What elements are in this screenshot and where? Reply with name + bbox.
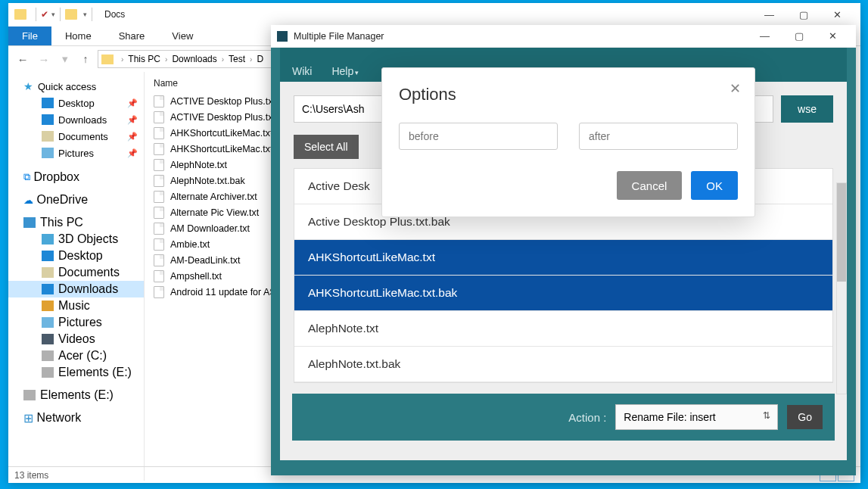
nav-downloads2[interactable]: Downloads (58, 282, 118, 296)
nav-onedrive[interactable]: OneDrive (36, 193, 88, 207)
file-name: Alternate Pic View.txt (170, 207, 259, 218)
file-icon (154, 286, 164, 298)
documents-icon (42, 131, 54, 142)
menu-wiki[interactable]: Wiki (289, 61, 315, 82)
file-icon (154, 159, 164, 171)
chevron-right-icon[interactable]: › (250, 55, 252, 64)
file-name: AM-DeadLink.txt (170, 255, 240, 266)
pin-icon: 📌 (127, 98, 138, 108)
file-name: Ampshell.txt (170, 271, 222, 282)
pictures-icon (42, 317, 54, 328)
nav-3d-objects[interactable]: 3D Objects (58, 232, 118, 246)
quick-access[interactable]: Quick access (38, 81, 96, 92)
status-text: 13 items (14, 470, 48, 481)
up-button[interactable]: ↑ (78, 53, 93, 65)
3d-objects-icon (42, 234, 54, 244)
scrollbar[interactable] (836, 182, 847, 394)
maximize-button[interactable]: ▢ (782, 25, 816, 48)
desktop-icon (42, 251, 54, 261)
ribbon-file[interactable]: File (8, 26, 51, 45)
go-button[interactable]: Go (787, 405, 823, 429)
after-input[interactable] (579, 123, 738, 150)
ribbon-home[interactable]: Home (51, 26, 105, 45)
nav-this-pc[interactable]: This PC (40, 216, 83, 229)
cancel-button[interactable]: Cancel (617, 171, 683, 200)
browse-button[interactable]: wse (781, 95, 833, 123)
file-name: ACTIVE Desktop Plus.txt (170, 96, 275, 107)
list-item[interactable]: AlephNote.txt.bak (294, 347, 832, 382)
file-icon (154, 238, 164, 251)
nav-pane[interactable]: ★Quick access Desktop📌 Downloads📌 Docume… (8, 72, 145, 481)
videos-icon (42, 334, 54, 344)
nav-drive-e[interactable]: Elements (E:) (58, 366, 132, 379)
mfm-action-bar: Action : Rename File: insert ⇅ Go (292, 394, 835, 441)
dialog-close-button[interactable]: ✕ (730, 80, 741, 97)
breadcrumb-item[interactable]: D (257, 54, 263, 64)
breadcrumb-item[interactable]: This PC (128, 54, 160, 64)
file-icon (154, 223, 164, 235)
nav-network[interactable]: Network (36, 411, 81, 425)
folder-icon (14, 9, 26, 20)
minimize-button[interactable]: — (748, 25, 782, 48)
nav-documents[interactable]: Documents (58, 131, 108, 142)
file-name: AlephNote.txt.bak (170, 176, 245, 186)
explorer-titlebar[interactable]: ✔ ▾ ▾ Docs — ▢ ✕ (8, 3, 860, 26)
ok-button[interactable]: OK (691, 171, 738, 200)
chevron-right-icon[interactable]: › (222, 55, 224, 64)
list-item[interactable]: AHKShortcutLikeMac.txt.bak (294, 276, 832, 311)
nav-pictures[interactable]: Pictures (58, 148, 94, 159)
close-button[interactable]: ✕ (816, 25, 850, 48)
ribbon-view[interactable]: View (158, 26, 207, 45)
breadcrumb-item[interactable]: Test (229, 54, 245, 64)
folder-icon (101, 55, 114, 64)
close-button[interactable]: ✕ (820, 3, 854, 26)
chevron-right-icon[interactable]: › (165, 55, 167, 64)
nav-elements[interactable]: Elements (E:) (40, 388, 114, 402)
separator (36, 8, 36, 21)
before-input[interactable] (399, 123, 558, 150)
back-button[interactable]: ← (14, 53, 31, 66)
file-icon (154, 95, 164, 107)
select-all-button[interactable]: Select All (294, 135, 359, 159)
file-icon (154, 207, 164, 219)
action-select[interactable]: Rename File: insert (615, 404, 778, 430)
nav-documents2[interactable]: Documents (58, 266, 120, 279)
drive-icon (23, 390, 36, 400)
nav-downloads[interactable]: Downloads (58, 114, 107, 126)
file-name: AHKShortcutLikeMac.txt.ba (170, 144, 286, 154)
list-item[interactable]: AlephNote.txt (294, 311, 832, 347)
downloads-icon (42, 284, 54, 294)
nav-drive-c[interactable]: Acer (C:) (58, 349, 107, 363)
separator (92, 8, 92, 21)
file-name: AM Downloader.txt (170, 223, 250, 234)
chevron-down-icon[interactable]: ▾ (51, 11, 55, 18)
nav-desktop[interactable]: Desktop (58, 98, 95, 109)
chevron-right-icon[interactable]: › (121, 55, 123, 64)
dialog-title: Options (399, 85, 738, 104)
ribbon-share[interactable]: Share (105, 26, 159, 45)
file-name: Android 11 update for ASU (170, 287, 283, 297)
breadcrumb-item[interactable]: Downloads (172, 54, 216, 64)
forward-button[interactable]: → (36, 53, 52, 66)
check-icon: ✔ (41, 9, 48, 20)
minimize-button[interactable]: — (752, 3, 786, 26)
pc-icon (23, 217, 36, 228)
list-item[interactable]: AHKShortcutLikeMac.txt (294, 240, 832, 276)
pictures-icon (42, 148, 54, 158)
file-icon (154, 143, 164, 155)
dropbox-icon: ⧉ (23, 171, 30, 183)
nav-desktop2[interactable]: Desktop (58, 249, 103, 263)
file-icon (154, 111, 164, 123)
nav-dropbox[interactable]: Dropbox (33, 170, 79, 184)
nav-music[interactable]: Music (58, 299, 90, 313)
mfm-titlebar[interactable]: Multiple File Manager — ▢ ✕ (271, 25, 856, 48)
nav-pictures2[interactable]: Pictures (58, 316, 102, 329)
file-icon (154, 270, 164, 282)
menu-help[interactable]: Help▾ (328, 61, 362, 82)
nav-videos[interactable]: Videos (58, 332, 95, 346)
recent-locations[interactable]: ▾ (57, 52, 73, 66)
maximize-button[interactable]: ▢ (786, 3, 820, 26)
chevron-down-icon[interactable]: ▾ (83, 11, 87, 18)
scrollbar-thumb[interactable] (837, 183, 846, 282)
star-icon: ★ (23, 80, 33, 92)
